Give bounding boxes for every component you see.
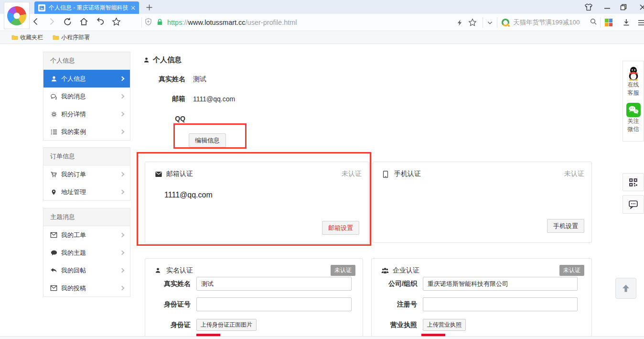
bookmark-label: 收藏夹栏 [20, 33, 43, 42]
bookmark-folder-favorites[interactable]: 收藏夹栏 [11, 33, 43, 42]
back-button[interactable] [32, 17, 40, 28]
back-to-top-button[interactable] [615, 278, 636, 299]
upload-business-license-button[interactable]: 上传营业执照 [423, 319, 466, 331]
profile-row-qq: QQ [143, 114, 193, 123]
topic-bubble-icon [50, 249, 57, 256]
sidebar-item-label: 我的回帖 [61, 266, 120, 275]
menu-icon[interactable] [637, 14, 644, 31]
bookmark-folder-miniprogram[interactable]: 小程序部署 [53, 33, 90, 42]
card-title: 企业认证 [393, 266, 419, 275]
id-number-input[interactable] [196, 297, 352, 311]
search-query[interactable]: 天猫年货节满199减100 [513, 18, 586, 27]
page-footer-edge [0, 336, 644, 339]
feedback-chat-button[interactable] [623, 195, 644, 214]
bookmark-star-icon[interactable] [468, 14, 477, 31]
wechat-label-line2: 微信 [628, 125, 639, 133]
chevron-right-icon [120, 190, 125, 195]
status-badge: 未认证 [559, 265, 584, 276]
field-value: 1111@qq.com [193, 95, 235, 103]
email-settings-button[interactable]: 邮箱设置 [322, 221, 359, 235]
sidebar-item-my-replies[interactable]: 我的回帖 [43, 262, 130, 279]
chevron-right-icon [120, 251, 125, 255]
qr-code-button[interactable] [623, 173, 644, 191]
realname-verification-card: 实名认证 未认证 真实姓名 身份证号 身份证 上传身份证正面图片 [145, 258, 363, 339]
registration-number-input[interactable] [423, 297, 578, 311]
field-label: 公司/组织 [372, 280, 417, 288]
sidebar-section-header: 主题消息 [43, 208, 130, 226]
shield-icon[interactable] [144, 18, 152, 27]
qr-code-icon [629, 178, 638, 187]
chevron-right-icon [120, 286, 125, 291]
close-window-button[interactable] [639, 0, 644, 14]
restore-window-button[interactable] [620, 0, 627, 14]
browser-active-tab[interactable]: 个人信息 - 重庆诺塔斯智能科技 [34, 1, 139, 14]
sidebar-item-points-detail[interactable]: 积分详情 [43, 105, 130, 123]
email-verification-card: 邮箱认证 未认证 1111@qq.com 邮箱设置 [145, 162, 369, 244]
sidebar-item-my-topics[interactable]: 我的主题 [43, 244, 130, 262]
status-badge: 未认证 [331, 265, 355, 276]
sidebar-item-my-cases[interactable]: 我的案例 [43, 123, 130, 141]
chat-bubble-icon [628, 200, 638, 209]
minimize-button[interactable] [604, 0, 611, 14]
toolbar-divider [497, 17, 497, 28]
sidebar-item-label: 我的订单 [61, 170, 120, 179]
wechat-icon[interactable] [626, 103, 641, 117]
company-verification-card: 企业认证 未认证 公司/组织 注册号 营业执照 上传营业执照 [371, 258, 592, 339]
company-name-input[interactable] [423, 277, 578, 291]
user-icon [155, 267, 162, 274]
favorite-star-button[interactable] [112, 17, 121, 28]
field-label: 身份证号 [145, 300, 191, 309]
field-label: 真实姓名 [145, 280, 191, 288]
sidebar-section-header: 订单信息 [43, 148, 130, 165]
card-title: 邮箱认证 [166, 170, 193, 178]
search-box[interactable]: 天猫年货节满199减100 [499, 14, 600, 31]
profile-row-realname: 真实姓名 测试 [143, 75, 206, 84]
location-pin-icon [50, 188, 57, 196]
undo-button[interactable] [96, 17, 105, 28]
chevron-right-icon [120, 233, 125, 238]
sidebar-item-personal-info[interactable]: 个人信息 [43, 70, 130, 87]
sidebar-item-address-management[interactable]: 地址管理 [43, 183, 130, 201]
sidebar-item-my-messages[interactable]: 我的消息 [43, 87, 130, 105]
sidebar-item-my-submissions[interactable]: 我的投稿 [43, 279, 130, 297]
tab-favicon [38, 4, 45, 11]
search-engine-icon [502, 19, 509, 26]
realname-input[interactable] [196, 277, 352, 291]
field-label: QQ [143, 115, 185, 122]
sidebar-item-label: 我的主题 [61, 249, 120, 257]
new-tab-button[interactable] [144, 2, 154, 12]
tab-title: 个人信息 - 重庆诺塔斯智能科技 [49, 4, 128, 12]
sidebar-item-label: 地址管理 [61, 188, 120, 197]
flash-plugin-icon[interactable] [456, 14, 463, 31]
sidebar-item-my-tickets[interactable]: 我的工单 [43, 226, 130, 244]
theme-skin-button[interactable] [584, 0, 593, 14]
folder-icon [53, 34, 59, 40]
sidebar-item-label: 我的案例 [61, 128, 120, 136]
url-domain: www.lotussmart.cc [188, 19, 246, 26]
envelope-filled-icon [155, 170, 162, 178]
upload-id-front-button[interactable]: 上传身份证正面图片 [196, 319, 257, 331]
browser-logo[interactable] [4, 2, 30, 29]
phone-settings-button[interactable]: 手机设置 [547, 219, 584, 233]
field-label: 注册号 [372, 300, 417, 309]
page-title-text: 个人信息 [153, 55, 182, 65]
qq-service-icon[interactable] [626, 66, 641, 81]
edit-info-button[interactable]: 编辑信息 [189, 133, 226, 147]
bookmarks-bar: 收藏夹栏 小程序部署 [0, 31, 644, 44]
card-title: 实名认证 [166, 266, 193, 275]
home-button[interactable] [79, 17, 88, 28]
sidebar-item-my-orders[interactable]: 我的订单 [43, 165, 130, 183]
envelope-icon [50, 231, 57, 239]
user-icon [143, 57, 150, 63]
dropdown-chevron-icon[interactable] [486, 14, 494, 31]
refresh-button[interactable] [63, 17, 72, 28]
search-icon[interactable] [590, 18, 597, 27]
apps-grid-icon[interactable] [605, 14, 612, 31]
tab-close-icon[interactable] [131, 6, 135, 10]
address-bar[interactable]: https://www.lotussmart.cc/user-profile.h… [144, 14, 297, 31]
chevron-right-icon [120, 94, 125, 99]
forward-button[interactable] [47, 17, 56, 28]
chevron-right-icon [120, 77, 125, 81]
download-icon[interactable] [622, 14, 631, 31]
field-value: 测试 [193, 75, 206, 84]
